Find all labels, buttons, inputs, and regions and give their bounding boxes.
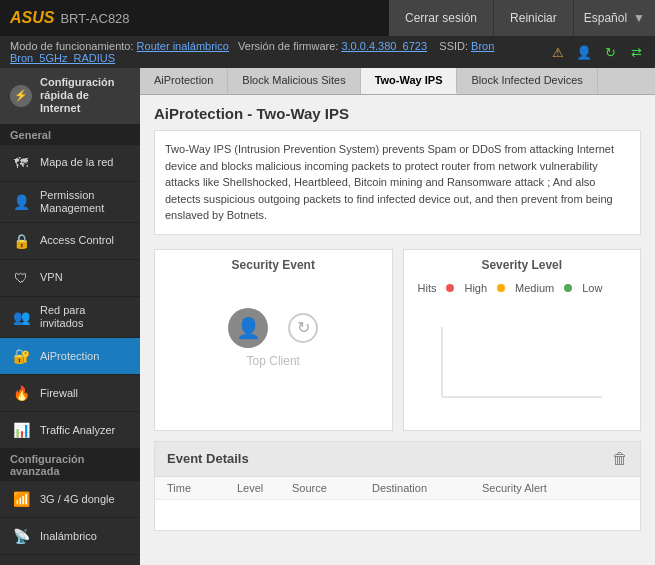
sidebar-item-quick-config[interactable]: ⚡ Configuraciónrápida de Internet	[0, 68, 140, 125]
vpn-label: VPN	[40, 271, 63, 284]
high-dot	[446, 284, 454, 292]
wireless-label: Inalámbrico	[40, 530, 97, 543]
sidebar-item-guest-network[interactable]: 👥 Red para invitados	[0, 297, 140, 338]
event-table-body	[155, 500, 640, 530]
guest-network-label: Red para invitados	[40, 304, 130, 330]
general-label-text: General	[10, 129, 51, 141]
medium-dot	[497, 284, 505, 292]
charts-row: Security Event 👤 ↻ Top Client Severity L…	[154, 249, 641, 431]
top-client-label: Top Client	[247, 354, 300, 368]
logout-button[interactable]: Cerrar sesión	[389, 0, 494, 36]
sidebar-item-access-control[interactable]: 🔒 Access Control	[0, 223, 140, 260]
firewall-label: Firewall	[40, 387, 78, 400]
event-details-section: Event Details 🗑 Time Level Source Destin…	[154, 441, 641, 531]
language-selector[interactable]: Español ▼	[574, 0, 655, 36]
sidebar-item-aiprotection[interactable]: 🔐 AiProtection	[0, 338, 140, 375]
traffic-analyzer-label: Traffic Analyzer	[40, 424, 115, 437]
security-event-inner: 👤 ↻ Top Client	[163, 278, 384, 398]
col-destination-header: Destination	[372, 482, 482, 494]
restart-button[interactable]: Reiniciar	[494, 0, 574, 36]
hits-label: Hits	[418, 282, 437, 294]
medium-label: Medium	[515, 282, 554, 294]
permission-icon: 👤	[10, 191, 32, 213]
trash-icon[interactable]: 🗑	[612, 450, 628, 468]
severity-legend: Hits High Medium Low	[412, 278, 633, 302]
guest-network-icon: 👥	[10, 306, 32, 328]
advanced-label-text: Configuración avanzada	[10, 453, 85, 477]
security-event-title: Security Event	[163, 258, 384, 272]
sidebar-item-vpn[interactable]: 🛡 VPN	[0, 260, 140, 297]
3g-4g-icon: 📶	[10, 488, 32, 510]
firmware-value[interactable]: 3.0.0.4.380_6723	[341, 40, 427, 52]
tab-two-way-ips[interactable]: Two-Way IPS	[361, 68, 458, 94]
mode-label: Modo de funcionamiento:	[10, 40, 134, 52]
sidebar-item-traffic-analyzer[interactable]: 📊 Traffic Analyzer	[0, 412, 140, 449]
refresh-icon[interactable]: ↻	[601, 43, 619, 61]
content-area: AiProtection Block Malicious Sites Two-W…	[140, 68, 655, 565]
firmware-label: Versión de firmware:	[238, 40, 338, 52]
sidebar-item-network-map[interactable]: 🗺 Mapa de la red	[0, 145, 140, 182]
ssid-2g[interactable]: Bron	[471, 40, 494, 52]
quick-config-icon: ⚡	[10, 85, 32, 107]
event-table-header: Time Level Source Destination Security A…	[155, 477, 640, 500]
col-time-header: Time	[167, 482, 237, 494]
logo: ASUS BRT-AC828	[0, 0, 140, 36]
header: ASUS BRT-AC828 Cerrar sesión Reiniciar E…	[0, 0, 655, 36]
content-body: AiProtection - Two-Way IPS Two-Way IPS (…	[140, 95, 655, 565]
security-event-chart: Security Event 👤 ↻ Top Client	[154, 249, 393, 431]
traffic-analyzer-icon: 📊	[10, 419, 32, 441]
col-level-header: Level	[237, 482, 292, 494]
header-status-icons: ⚠ 👤 ↻ ⇄	[549, 43, 645, 61]
tabs-bar: AiProtection Block Malicious Sites Two-W…	[140, 68, 655, 95]
severity-chart-inner	[412, 302, 633, 422]
aiprotection-label: AiProtection	[40, 350, 99, 363]
sidebar: ⚡ Configuraciónrápida de Internet Genera…	[0, 68, 140, 565]
logo-asus: ASUS	[10, 9, 54, 27]
ssid-5g[interactable]: Bron_5GHz_RADIUS	[10, 52, 115, 64]
high-label: High	[464, 282, 487, 294]
low-label: Low	[582, 282, 602, 294]
advanced-group-label: Configuración avanzada	[0, 449, 140, 481]
sidebar-item-lan[interactable]: 🏠 LAN	[0, 555, 140, 565]
network-map-label: Mapa de la red	[40, 156, 113, 169]
ssid-label: SSID:	[439, 40, 468, 52]
language-label: Español	[584, 11, 627, 25]
event-details-title: Event Details	[167, 451, 249, 466]
main-layout: ⚡ Configuraciónrápida de Internet Genera…	[0, 68, 655, 565]
aiprotection-icon: 🔐	[10, 345, 32, 367]
user-icon: 👤	[575, 43, 593, 61]
col-security-alert-header: Security Alert	[482, 482, 628, 494]
3g-4g-label: 3G / 4G dongle	[40, 493, 115, 506]
sidebar-item-permission[interactable]: 👤 PermissionManagement	[0, 182, 140, 223]
tab-block-infected[interactable]: Block Infected Devices	[457, 68, 597, 94]
network-map-icon: 🗺	[10, 152, 32, 174]
low-dot	[564, 284, 572, 292]
refresh-circle-icon[interactable]: ↻	[288, 313, 318, 343]
mode-value[interactable]: Router inalámbrico	[137, 40, 229, 52]
chevron-down-icon: ▼	[633, 11, 645, 25]
sidebar-item-firewall[interactable]: 🔥 Firewall	[0, 375, 140, 412]
vpn-icon: 🛡	[10, 267, 32, 289]
network-icon: ⇄	[627, 43, 645, 61]
permission-label: PermissionManagement	[40, 189, 104, 215]
sub-header: Modo de funcionamiento: Router inalámbri…	[0, 36, 655, 68]
access-control-label: Access Control	[40, 234, 114, 247]
col-source-header: Source	[292, 482, 372, 494]
wireless-icon: 📡	[10, 525, 32, 547]
warning-icon: ⚠	[549, 43, 567, 61]
firewall-icon: 🔥	[10, 382, 32, 404]
sidebar-item-3g-4g[interactable]: 📶 3G / 4G dongle	[0, 481, 140, 518]
quick-config-label: Configuraciónrápida de Internet	[40, 76, 130, 116]
sub-header-info: Modo de funcionamiento: Router inalámbri…	[10, 40, 549, 64]
header-buttons: Cerrar sesión Reiniciar Español ▼	[389, 0, 655, 36]
page-title: AiProtection - Two-Way IPS	[154, 105, 641, 122]
content-description: Two-Way IPS (Intrusion Prevention System…	[154, 130, 641, 235]
logo-model: BRT-AC828	[60, 11, 129, 26]
sidebar-item-wireless[interactable]: 📡 Inalámbrico	[0, 518, 140, 555]
severity-level-title: Severity Level	[412, 258, 633, 272]
general-group-label: General	[0, 125, 140, 145]
access-control-icon: 🔒	[10, 230, 32, 252]
tab-block-malicious[interactable]: Block Malicious Sites	[228, 68, 360, 94]
tab-aiprotection[interactable]: AiProtection	[140, 68, 228, 94]
severity-chart-svg	[432, 317, 612, 407]
